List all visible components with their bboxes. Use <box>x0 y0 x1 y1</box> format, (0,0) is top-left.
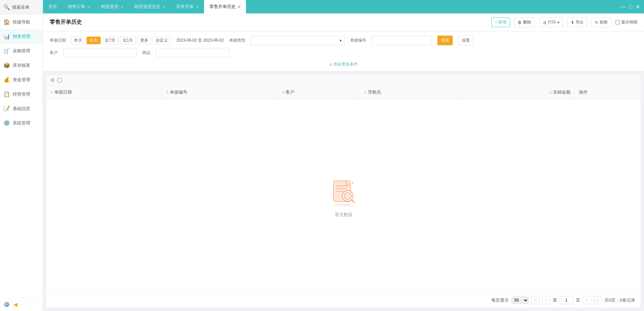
print-button-label: 打印 <box>548 19 556 25</box>
th-customer[interactable]: ⇅ 客户 <box>278 86 359 99</box>
dropdown-icon: ▾ <box>340 38 342 43</box>
data-table: ⇅ 单据日期 ⇅ 单据编号 ⇅ 客户 ⇅ 导购员 <box>46 86 641 99</box>
date-filter-buttons: 昨天 今天 近7天 近1月 更多 自定义 <box>71 37 171 44</box>
doc-type-select[interactable]: ▾ <box>251 36 345 45</box>
tab-retail-open-label: 零售开单 <box>176 4 194 10</box>
setting-button[interactable]: 设置 <box>458 36 474 45</box>
sidebar: 🔍 搜索采单 🏠 快捷导航 📊 销售管理 🛒 采购管理 📦 库存核算 💰 资金管… <box>0 0 43 311</box>
sidebar-item-basic-info[interactable]: 📝 基础信息 <box>0 101 43 116</box>
add-button-label: + 新增 <box>495 19 506 25</box>
sort-icon: ⇅ <box>282 91 285 94</box>
tab-home[interactable]: 首页 <box>43 0 62 13</box>
customer-label: 客户 <box>50 50 58 56</box>
date-btn-today[interactable]: 今天 <box>87 37 101 44</box>
refresh-icon: ↻ <box>595 20 598 25</box>
customer-input[interactable]: ... <box>63 48 137 57</box>
delete-button[interactable]: 🗑 删除 <box>514 17 535 27</box>
date-btn-7days[interactable]: 近7天 <box>102 37 118 44</box>
close-tab-retail-open-history-icon[interactable]: ✕ <box>238 5 241 9</box>
cart-icon: 🛒 <box>3 48 10 54</box>
sort-icon: ⇅ <box>549 91 552 94</box>
sidebar-item-purchase-mgmt[interactable]: 🛒 采购管理 <box>0 44 43 58</box>
query-button-label: 查询 <box>441 38 449 43</box>
doc-no-input[interactable] <box>371 36 432 45</box>
maximize-icon[interactable]: □ <box>629 4 632 10</box>
tab-retail-open[interactable]: 零售开单 ✕ <box>171 0 204 13</box>
next-page-btn[interactable]: ⟩ <box>583 296 591 304</box>
window-controls: — □ ✕ <box>620 4 644 10</box>
settings-bottom-icon[interactable]: ⚙️ <box>3 301 10 308</box>
first-page-btn[interactable]: ⟨⟨ <box>531 296 539 304</box>
show-detail-label: 显示明细 <box>621 19 637 25</box>
toolbar: + 新增 🗑 删除 🖨 打印 ▾ ⬇ 导出 ↻ 刷新 显示明细 <box>491 17 637 27</box>
tab-sales-return-label: 销货退货 <box>101 4 118 10</box>
box-icon: 📦 <box>3 62 10 68</box>
page-size-label: 每页显示 <box>491 297 509 303</box>
doc-icon: 📝 <box>3 105 10 112</box>
date-btn-more[interactable]: 更多 <box>137 37 151 44</box>
th-guide[interactable]: ⇅ 导购员 <box>359 86 458 99</box>
sidebar-item-operations[interactable]: 📋 经营管理 <box>0 87 43 101</box>
sidebar-item-sales-mgmt[interactable]: 📊 销售管理 <box>0 29 43 44</box>
table-toolbar: ⚙ <box>46 75 641 86</box>
export-button-label: 导出 <box>576 19 584 25</box>
select-all-checkbox[interactable] <box>57 78 62 83</box>
collapse-icon: ∧ <box>329 62 332 67</box>
tab-retail-open-history[interactable]: 零售开单历史 ✕ <box>204 0 246 13</box>
sidebar-item-label: 采购管理 <box>13 48 30 54</box>
tab-sales-return-history[interactable]: 销货退货历史 ✕ <box>129 0 171 13</box>
close-tab-sales-order-icon[interactable]: ✕ <box>87 5 90 9</box>
th-amount[interactable]: ⇅ 实销金额 <box>458 86 575 99</box>
sidebar-item-label: 快捷导航 <box>13 19 30 25</box>
sidebar-item-label: 资金管理 <box>13 77 30 83</box>
tab-home-label: 首页 <box>48 4 57 10</box>
prev-page-btn[interactable]: ⟨ <box>542 296 550 304</box>
sidebar-item-inventory[interactable]: 📦 库存核算 <box>0 58 43 72</box>
sidebar-item-quick-nav[interactable]: 🏠 快捷导航 <box>0 15 43 29</box>
th-date[interactable]: ⇅ 单据日期 <box>46 86 162 99</box>
tab-sales-return[interactable]: 销货退货 ✕ <box>96 0 129 13</box>
empty-state: ✦ 暂无数据 <box>46 99 641 293</box>
query-button[interactable]: 查询 <box>437 36 453 45</box>
add-button[interactable]: + 新增 <box>491 17 510 27</box>
close-window-icon[interactable]: ✕ <box>636 4 640 10</box>
print-button[interactable]: 🖨 打印 ▾ <box>539 17 563 27</box>
show-detail-checkbox-label[interactable]: 显示明细 <box>615 19 637 25</box>
export-button[interactable]: ⬇ 导出 <box>567 17 587 27</box>
tab-sales-order[interactable]: 销售订单 ✕ <box>62 0 96 13</box>
money-icon: 💰 <box>3 76 10 83</box>
empty-text: 暂无数据 <box>335 212 352 218</box>
product-input[interactable]: ... <box>156 48 230 57</box>
page-number-input[interactable] <box>560 296 573 304</box>
show-detail-checkbox[interactable] <box>615 20 620 24</box>
filter-area: 单据日期 昨天 今天 近7天 近1月 更多 自定义 2023-06-02 至 2… <box>43 32 644 71</box>
date-btn-yesterday[interactable]: 昨天 <box>71 37 85 44</box>
customer-ellipsis: ... <box>66 50 69 55</box>
close-tab-retail-open-icon[interactable]: ✕ <box>196 5 199 9</box>
sidebar-search-label: 搜索采单 <box>12 4 30 10</box>
page-unit: 页 <box>576 297 580 303</box>
date-btn-custom[interactable]: 自定义 <box>153 37 171 44</box>
page-size-select[interactable]: 50 100 200 <box>511 297 529 304</box>
sidebar-item-finance[interactable]: 💰 资金管理 <box>0 72 43 87</box>
table-header-row: ⇅ 单据日期 ⇅ 单据编号 ⇅ 客户 ⇅ 导购员 <box>46 86 641 99</box>
sidebar-item-system-mgmt[interactable]: ⚙️ 系统管理 <box>0 116 43 130</box>
sidebar-search[interactable]: 🔍 搜索采单 <box>0 0 43 15</box>
filter-row-2: 客户 ... 商品 ... <box>50 48 637 57</box>
doc-type-label: 单据类型 <box>229 38 245 43</box>
date-btn-1month[interactable]: 近1月 <box>120 37 136 44</box>
svg-text:✦: ✦ <box>351 181 354 185</box>
minimize-icon[interactable]: — <box>620 4 626 10</box>
collapse-btn[interactable]: ∧ 收起更多条件 <box>50 60 637 68</box>
refresh-button[interactable]: ↻ 刷新 <box>591 17 611 27</box>
collapse-sidebar-icon[interactable]: ◀ <box>13 301 17 308</box>
close-tab-sales-return-icon[interactable]: ✕ <box>120 5 123 9</box>
last-page-btn[interactable]: ⟩⟩ <box>594 296 602 304</box>
tab-sales-order-label: 销售订单 <box>68 4 85 10</box>
collapse-label: 收起更多条件 <box>334 61 358 67</box>
th-no[interactable]: ⇅ 单据编号 <box>162 86 278 99</box>
sidebar-item-label: 经营管理 <box>13 91 30 97</box>
table-settings-icon[interactable]: ⚙ <box>50 77 55 83</box>
sort-icon: ⇅ <box>364 91 366 94</box>
close-tab-sales-return-history-icon[interactable]: ✕ <box>162 5 165 9</box>
